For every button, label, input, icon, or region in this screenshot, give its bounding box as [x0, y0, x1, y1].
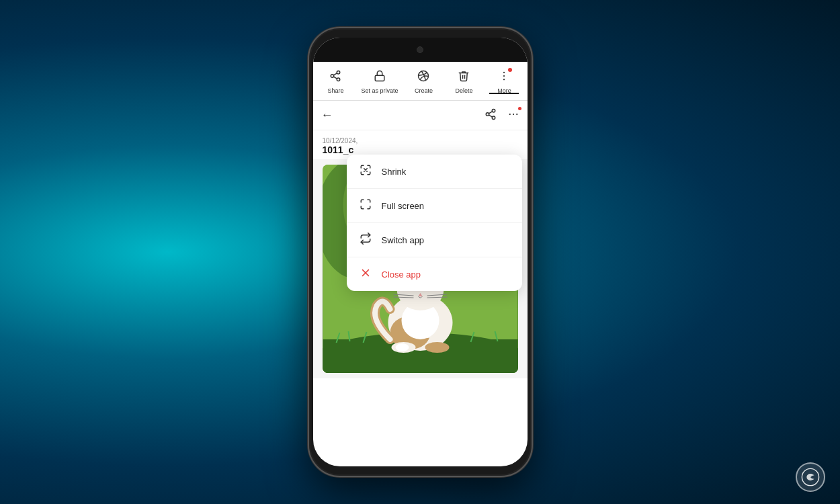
toolbar-set-as-private[interactable]: Set as private	[361, 70, 398, 94]
screen-content: ←	[313, 101, 528, 378]
full-screen-label: Full screen	[382, 201, 425, 211]
close-app-icon	[359, 267, 372, 282]
toolbar: Share Set as private	[313, 62, 528, 101]
svg-point-17	[516, 113, 517, 114]
svg-line-4	[334, 73, 337, 75]
toolbar-private-label: Set as private	[361, 87, 398, 94]
more-active-indicator	[489, 93, 519, 94]
svg-rect-5	[375, 75, 384, 81]
close-app-label: Close app	[382, 269, 421, 280]
header-more-dot	[518, 107, 521, 110]
background: Share Set as private	[308, 27, 533, 477]
svg-line-3	[334, 77, 337, 79]
svg-line-14	[489, 111, 492, 113]
svg-point-16	[512, 113, 513, 114]
svg-point-7	[503, 71, 505, 73]
svg-line-13	[489, 115, 492, 117]
shrink-icon	[359, 164, 372, 179]
lock-icon	[374, 70, 386, 85]
svg-point-54	[395, 343, 409, 351]
toolbar-create[interactable]: Create	[409, 70, 438, 94]
toolbar-share[interactable]: Share	[321, 70, 350, 94]
fullscreen-icon	[359, 198, 372, 213]
delete-icon	[458, 70, 470, 85]
phone-body: Share Set as private	[308, 27, 533, 477]
svg-point-8	[503, 75, 505, 76]
switch-app-icon	[359, 233, 372, 247]
svg-point-9	[503, 79, 505, 80]
header-actions	[485, 108, 519, 123]
phone: Share Set as private	[308, 27, 533, 477]
back-button[interactable]: ←	[321, 108, 333, 122]
menu-item-full-screen[interactable]: Full screen	[347, 189, 522, 223]
header-share-icon[interactable]	[485, 108, 497, 123]
toolbar-delete[interactable]: Delete	[449, 70, 478, 94]
file-date: 10/12/2024,	[323, 137, 518, 144]
shrink-label: Shrink	[382, 167, 407, 177]
dropdown-menu: Shrink Full screen	[347, 155, 522, 291]
toolbar-more[interactable]: More	[489, 70, 519, 94]
watermark	[796, 462, 825, 492]
svg-point-15	[509, 113, 510, 114]
menu-item-shrink[interactable]: Shrink	[347, 155, 522, 189]
toolbar-share-label: Share	[327, 87, 343, 94]
create-icon	[417, 70, 429, 85]
menu-item-switch-app[interactable]: Switch app	[347, 223, 522, 257]
header-more-icon[interactable]	[507, 108, 519, 123]
phone-screen: Share Set as private	[313, 38, 528, 466]
switch-app-label: Switch app	[382, 235, 425, 245]
more-icon	[498, 70, 510, 85]
app-header: ←	[313, 101, 528, 130]
watermark-logo	[796, 462, 825, 492]
more-notification-dot	[508, 68, 512, 72]
file-name: 1011_c	[323, 144, 518, 155]
camera-dot	[417, 46, 423, 53]
phone-notch	[313, 38, 528, 62]
toolbar-create-label: Create	[415, 87, 433, 94]
svg-point-53	[425, 342, 449, 353]
share-icon	[329, 70, 341, 85]
menu-item-close-app[interactable]: Close app	[347, 257, 522, 291]
toolbar-delete-label: Delete	[455, 87, 472, 94]
